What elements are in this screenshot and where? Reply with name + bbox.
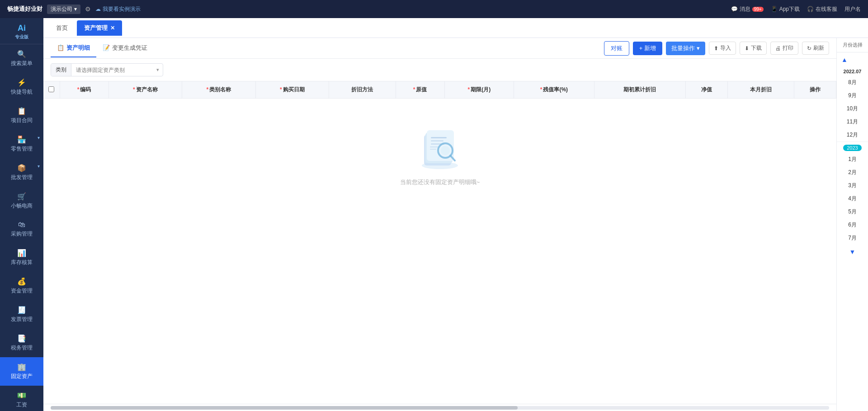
tab-asset-mgmt-label: 资产管理: [84, 24, 108, 32]
sidebar-label-purchase: 采购管理: [11, 230, 33, 238]
sidebar-item-inventory[interactable]: 📊 库存核算: [0, 243, 43, 272]
main-layout: Ai 专业版 🔍 搜索菜单 ⚡ 快捷导航 📋 项目合同 🏪 零售管理 📦 批发管…: [0, 18, 868, 411]
print-icon: 🖨: [775, 45, 781, 52]
top-bar-right: 💬 消息 99+ 📱 App下载 🎧 在线客服 用户名: [731, 5, 861, 13]
month-item-2023-3[interactable]: 3月: [837, 179, 868, 192]
month-nav-up[interactable]: ▲: [840, 54, 849, 65]
month-panel: 月份选择 ▲ 2022.07 8月 9月 10月 11月 12月: [836, 38, 868, 411]
user-avatar[interactable]: 用户名: [844, 5, 861, 13]
import-label: 导入: [720, 44, 731, 52]
detail-tab-icon: 📋: [57, 44, 64, 51]
sidebar-item-quick-nav[interactable]: ⚡ 快捷导航: [0, 73, 43, 101]
month-item-2023-7[interactable]: 7月: [837, 231, 868, 245]
month-item-2023-2[interactable]: 2月: [837, 166, 868, 179]
online-service-label: 在线客服: [816, 5, 837, 13]
month-item-2023-1[interactable]: 1月: [837, 153, 868, 166]
message-button[interactable]: 💬 消息 99+: [731, 5, 764, 13]
message-badge: 99+: [752, 7, 764, 12]
month-nav-down[interactable]: ▼: [848, 246, 858, 257]
filter-dropdown-icon[interactable]: ▾: [153, 65, 163, 75]
sidebar-item-purchase[interactable]: 🛍 采购管理: [0, 215, 43, 243]
bottom-scroll-bar: [43, 404, 836, 411]
scroll-thumb: [51, 406, 518, 410]
category-input[interactable]: [71, 65, 153, 76]
sidebar-item-tax[interactable]: 📑 税务管理: [0, 329, 43, 357]
download-icon: ⬇: [745, 45, 749, 52]
month-item-8[interactable]: 8月: [837, 76, 868, 89]
download-button[interactable]: ⬇ 下载: [740, 42, 767, 55]
month-item-2023-5[interactable]: 5月: [837, 205, 868, 218]
batch-button[interactable]: 批量操作 ▾: [666, 42, 705, 55]
scroll-track[interactable]: [51, 406, 829, 410]
th-operation: 操作: [794, 81, 836, 99]
tab-bar: 首页 资产管理 ✕: [43, 18, 868, 38]
online-service-button[interactable]: 🎧 在线客服: [807, 5, 837, 13]
sidebar-label-search: 搜索菜单: [11, 60, 33, 67]
detail-tab-label: 资产明细: [66, 44, 90, 52]
dropdown-icon: ▾: [74, 6, 77, 12]
svg-rect-4: [431, 137, 447, 138]
sidebar-label-fixed-assets: 固定资产: [11, 373, 33, 380]
sidebar-item-project[interactable]: 📋 项目合同: [0, 101, 43, 130]
select-all-checkbox[interactable]: [48, 86, 54, 92]
th-period-months: *期限(月): [444, 81, 514, 99]
refresh-button[interactable]: ↻ 刷新: [802, 42, 829, 55]
sidebar-item-wholesale[interactable]: 📦 批发管理: [0, 158, 43, 187]
import-button[interactable]: ⬆ 导入: [709, 42, 736, 55]
logo-ai-text: Ai: [4, 24, 40, 33]
demo-link[interactable]: ☁ 我要看实例演示: [95, 5, 141, 13]
sub-tab-voucher[interactable]: 📝 变更生成凭证: [96, 39, 154, 57]
month-item-2023-4[interactable]: 4月: [837, 192, 868, 205]
app-download-button[interactable]: 📱 App下载: [771, 5, 800, 13]
th-monthly-depreciation: 本月折旧: [727, 81, 794, 99]
app-brand: 畅捷通好业财: [7, 5, 42, 13]
month-item-9[interactable]: 9月: [837, 89, 868, 102]
settings-icon[interactable]: ⚙: [85, 5, 91, 13]
top-bar: 畅捷通好业财 演示公司 ▾ ⚙ ☁ 我要看实例演示 💬 消息 99+ 📱 App…: [0, 0, 868, 18]
sub-tabs: 📋 资产明细 📝 变更生成凭证 对账 + 新增 批量操作 ▾: [43, 38, 836, 59]
ecommerce-icon: 🛒: [17, 192, 26, 201]
year-2022-label: 2022.07: [842, 67, 863, 76]
month-item-2023-6[interactable]: 6月: [837, 218, 868, 231]
page-content: 📋 资产明细 📝 变更生成凭证 对账 + 新增 批量操作 ▾: [43, 38, 868, 411]
company-selector[interactable]: 演示公司 ▾: [47, 5, 80, 14]
sidebar-label-invoice: 发票管理: [11, 316, 33, 323]
finance-icon: 💰: [17, 277, 26, 286]
sidebar-label-wholesale: 批发管理: [11, 174, 33, 181]
voucher-tab-label: 变更生成凭证: [112, 44, 147, 52]
sidebar-item-search[interactable]: 🔍 搜索菜单: [0, 44, 43, 73]
month-item-12[interactable]: 12月: [837, 128, 868, 142]
tab-asset-mgmt[interactable]: 资产管理 ✕: [77, 20, 122, 36]
th-checkbox: [43, 81, 60, 99]
sidebar-item-salary[interactable]: 💵 工资: [0, 386, 43, 411]
month-item-11[interactable]: 11月: [837, 115, 868, 128]
sidebar-item-finance[interactable]: 💰 资金管理: [0, 272, 43, 300]
refresh-icon: ↻: [807, 45, 811, 52]
content-area: 首页 资产管理 ✕ 📋 资产明细 📝 变更生成凭证: [43, 18, 868, 411]
quick-nav-icon: ⚡: [17, 78, 26, 87]
tab-close-icon[interactable]: ✕: [110, 25, 115, 31]
company-name: 演示公司: [51, 5, 72, 13]
add-button[interactable]: + 新增: [633, 42, 662, 55]
sidebar-item-invoice[interactable]: 🧾 发票管理: [0, 300, 43, 329]
asset-table: *编码 *资产名称 *类别名称 *购买日期 折旧方法 *原值 *期限(月) *残…: [43, 81, 836, 99]
sidebar-logo: Ai 专业版: [0, 18, 43, 44]
sub-tab-detail[interactable]: 📋 资产明细: [51, 39, 96, 57]
month-item-10[interactable]: 10月: [837, 102, 868, 115]
sidebar-label-retail: 零售管理: [11, 145, 33, 153]
print-button[interactable]: 🖨 打印: [770, 42, 798, 55]
demo-text: 我要看实例演示: [103, 5, 141, 13]
filter-label: 类别: [51, 64, 71, 76]
svg-point-8: [441, 146, 450, 155]
inventory-icon: 📊: [17, 249, 26, 257]
sidebar-item-retail[interactable]: 🏪 零售管理: [0, 130, 43, 158]
th-accumulated: 期初累计折旧: [594, 81, 685, 99]
sidebar-item-fixed-assets[interactable]: 🏢 固定资产: [0, 357, 43, 386]
sidebar-item-ecommerce[interactable]: 🛒 小畅电商: [0, 187, 43, 215]
th-residual-rate: *残值率(%): [514, 81, 594, 99]
category-filter: 类别 ▾: [51, 63, 163, 76]
reconcile-button[interactable]: 对账: [604, 41, 629, 56]
svg-rect-10: [430, 146, 438, 147]
tab-home[interactable]: 首页: [49, 20, 75, 36]
sidebar-label-quick-nav: 快捷导航: [11, 88, 33, 96]
